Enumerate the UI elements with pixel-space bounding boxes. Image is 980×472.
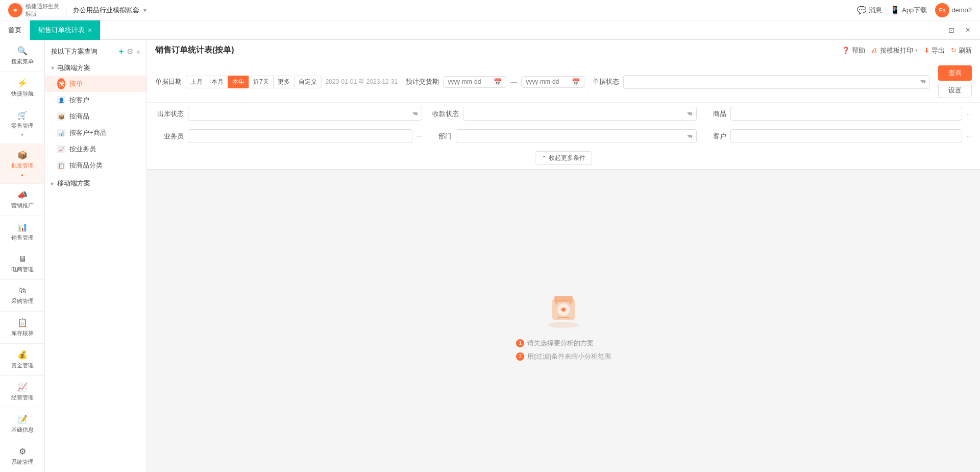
help-btn[interactable]: ❓ 帮助 [842, 46, 865, 55]
breadcrumb-arrow[interactable]: ▾ [143, 7, 146, 14]
sidebar-item-sales-mgmt[interactable]: 📊 销售管理 [0, 216, 44, 248]
basic-icon: 📝 [17, 414, 28, 424]
sidebar-item-operation[interactable]: 📈 经营管理 [0, 376, 44, 408]
message-btn[interactable]: 💬 消息 [857, 6, 882, 15]
logo-area: 畅捷通好生意 标版 [8, 3, 59, 17]
sidebar-item-quick-nav[interactable]: ⚡ 快捷导航 [0, 72, 44, 104]
sidebar-item-finance[interactable]: 💰 资金管理 [0, 344, 44, 376]
mobile-group-title[interactable]: ▸ 移动端方案 [45, 176, 146, 191]
tab-bar-actions: ⊡ × [945, 24, 980, 36]
pc-group-title[interactable]: ▾ 电脑端方案 [45, 60, 146, 76]
user-profile[interactable]: Ea demo2 [935, 3, 972, 17]
page-title: 销售订单统计表(按单) [155, 45, 234, 56]
mobile-group-label: 移动端方案 [57, 179, 90, 188]
page-actions: ❓ 帮助 🖨 按模板打印 ▾ ⬇ 导出 ↻ 刷新 [842, 46, 972, 55]
date-sep: — [510, 78, 517, 86]
sidebar-item-retail[interactable]: 🛒 零售管理 ▾ [0, 104, 44, 144]
collapse-icon: ⌃ [542, 155, 547, 162]
refresh-icon: ↻ [951, 46, 957, 54]
tip-num-2: 2 [516, 352, 524, 361]
date-btn-last-7-days[interactable]: 近7天 [249, 76, 273, 88]
collapse-panel-btn[interactable]: « [136, 48, 140, 56]
sidebar-item-purchase[interactable]: 🛍 采购管理 [0, 280, 44, 312]
app-download-btn[interactable]: 📱 App下载 [890, 6, 927, 15]
refresh-btn[interactable]: ↻ 刷新 [951, 46, 972, 55]
header-left: 畅捷通好生意 标版 | 办公用品行业模拟账套 ▾ [8, 3, 146, 17]
window-restore-btn[interactable]: ⊡ [945, 24, 958, 36]
delivery-status-label: 出库状态 [155, 109, 184, 119]
scheme-item-by-customer-product[interactable]: 📊 按客户+商品 [45, 125, 146, 141]
by-order-icon: 按 [57, 80, 65, 88]
payment-status-label: 收款状态 [430, 109, 459, 119]
help-icon: ❓ [842, 46, 850, 54]
scheme-item-by-salesperson[interactable]: 📈 按业务员 [45, 141, 146, 157]
date-btn-last-month[interactable]: 上月 [186, 76, 207, 88]
calendar-from-icon[interactable]: 📅 [494, 78, 502, 86]
collapse-btn[interactable]: ⌃ 收起更多条件 [535, 151, 592, 165]
settings-button[interactable]: 设置 [938, 83, 972, 98]
page-header: 销售订单统计表(按单) ❓ 帮助 🖨 按模板打印 ▾ ⬇ 导出 [147, 40, 980, 60]
empty-tip-2: 2 用[过滤]条件来缩小分析范围 [516, 352, 610, 361]
print-btn[interactable]: 🖨 按模板打印 ▾ [871, 46, 918, 55]
sidebar-item-wholesale[interactable]: 📦 批发管理 ▴ [0, 144, 44, 184]
query-button[interactable]: 查询 [938, 65, 972, 81]
sidebar-item-system[interactable]: ⚙ 系统管理 [0, 440, 44, 472]
settings-scheme-btn[interactable]: ⚙ [127, 47, 133, 56]
export-btn[interactable]: ⬇ 导出 [924, 46, 945, 55]
scheme-item-by-category[interactable]: 📋 按商品分类 [45, 157, 146, 174]
print-icon: 🖨 [871, 46, 878, 54]
retail-expand-icon: ▾ [21, 132, 23, 137]
date-btn-this-year[interactable]: 本年 [228, 76, 249, 88]
sidebar-item-search[interactable]: 🔍 搜索菜单 [0, 40, 44, 72]
sidebar-item-ecommerce[interactable]: 🖥 电商管理 [0, 248, 44, 280]
doc-status-select[interactable] [623, 75, 930, 89]
customer-input[interactable] [730, 129, 962, 143]
add-scheme-btn[interactable]: + [119, 47, 124, 56]
scheme-item-by-order[interactable]: 按 按单 [45, 76, 146, 92]
sidebar-item-inventory[interactable]: 📋 库存核算 [0, 312, 44, 344]
mobile-group-arrow: ▸ [51, 180, 54, 187]
left-panel-header: 按以下方案查询 + ⚙ « [45, 44, 146, 59]
salesperson-dots[interactable]: ··· [416, 132, 422, 140]
payment-status-select[interactable] [463, 107, 697, 121]
pc-scheme-group: ▾ 电脑端方案 按 按单 👤 按客户 [45, 59, 146, 175]
tab-sales-order-stat[interactable]: 销售订单统计表 × [30, 20, 101, 40]
tab-close-icon[interactable]: × [88, 26, 92, 34]
sales-mgmt-icon: 📊 [17, 222, 28, 232]
customer-dots[interactable]: ··· [966, 132, 972, 140]
calendar-to-icon[interactable]: 📅 [572, 78, 580, 86]
date-btn-custom[interactable]: 自定义 [294, 76, 322, 88]
department-select[interactable] [456, 129, 697, 143]
date-btn-more[interactable]: 更多 [273, 76, 294, 88]
finance-icon: 💰 [17, 350, 28, 360]
doc-status-select-wrapper: ▾ [623, 75, 930, 89]
by-product-icon: 📦 [57, 112, 65, 121]
salesperson-input[interactable] [188, 129, 412, 143]
svg-point-6 [555, 301, 558, 304]
tab-home[interactable]: 首页 [0, 20, 30, 40]
main-layout: 🔍 搜索菜单 ⚡ 快捷导航 🛒 零售管理 ▾ 📦 批发管理 ▴ 📣 营销推广 📊… [0, 40, 980, 472]
pc-group-arrow: ▾ [51, 64, 54, 72]
window-close-btn[interactable]: × [962, 24, 974, 36]
scheme-item-by-product[interactable]: 📦 按商品 [45, 108, 146, 125]
content-area: 按以下方案查询 + ⚙ « ▾ 电脑端方案 按 按单 [45, 40, 980, 472]
export-icon: ⬇ [924, 46, 929, 54]
breadcrumb-title: 办公用品行业模拟账套 [73, 6, 139, 15]
left-panel: 按以下方案查询 + ⚙ « ▾ 电脑端方案 按 按单 [45, 40, 147, 472]
delivery-status-select-wrapper: ▾ [188, 107, 422, 121]
ecommerce-icon: 🖥 [18, 254, 27, 264]
scheme-item-by-customer[interactable]: 👤 按客户 [45, 92, 146, 108]
delivery-status-select[interactable] [188, 107, 422, 121]
department-label: 部门 [430, 132, 452, 141]
expected-date-from-input[interactable] [448, 78, 494, 85]
sidebar-item-marketing[interactable]: 📣 营销推广 [0, 184, 44, 216]
product-input[interactable] [730, 107, 962, 121]
system-icon: ⚙ [19, 446, 26, 456]
date-label: 单据日期 [155, 77, 182, 86]
date-btn-this-month[interactable]: 本月 [207, 76, 228, 88]
expected-date-to-input[interactable] [526, 78, 572, 85]
pc-group-label: 电脑端方案 [57, 63, 90, 73]
sidebar-item-basic[interactable]: 📝 基础信息 [0, 408, 44, 440]
top-header: 畅捷通好生意 标版 | 办公用品行业模拟账套 ▾ 💬 消息 📱 App下载 Ea… [0, 0, 980, 20]
product-dots[interactable]: ··· [966, 110, 972, 117]
